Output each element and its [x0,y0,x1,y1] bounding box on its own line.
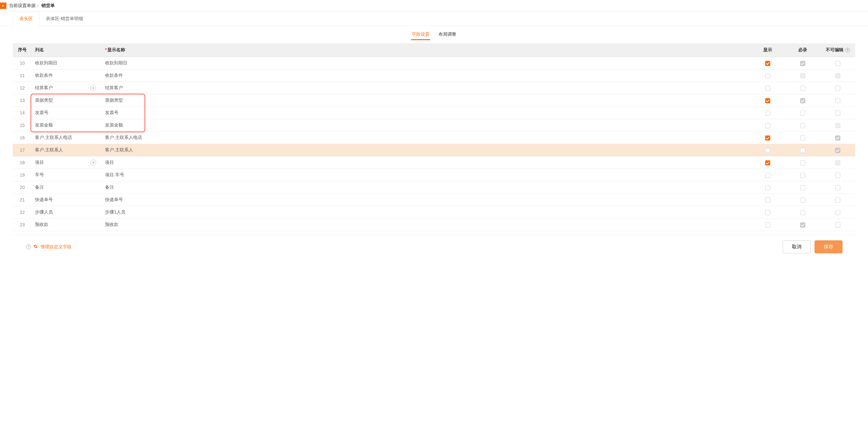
expand-panel-button[interactable] [0,3,6,9]
show-checkbox[interactable] [765,148,770,153]
required-checkbox[interactable] [800,198,805,203]
noedit-checkbox [835,123,840,128]
row-display-name[interactable]: 收款到期日 [102,57,750,69]
show-checkbox[interactable] [765,160,770,165]
row-display-name[interactable]: 票据类型 [102,94,750,107]
show-checkbox[interactable] [765,61,770,66]
row-col-name: 发票号 [32,107,102,119]
required-checkbox[interactable] [800,185,805,190]
gear-icon [33,244,38,250]
row-display-name[interactable]: 快递单号 [102,194,750,206]
sub-tab-0[interactable]: 字段设置 [411,30,430,40]
table-row: 16客户.主联系人电话客户.主联系人电话 [13,132,855,144]
sub-tab-1[interactable]: 布局调整 [438,30,457,40]
manage-custom-fields-link[interactable]: 管理自定义字段 [40,244,72,250]
row-col-name: 客户.主联系人 [32,144,102,156]
table-row: 12结算客户+结算客户 [13,82,855,94]
header-doc-name: 销货单 [41,3,55,9]
row-seq: 21 [13,194,32,206]
row-display-name[interactable]: 预收款 [102,219,750,231]
help-icon[interactable]: ? [845,48,850,53]
row-seq: 12 [13,82,32,94]
required-checkbox [800,61,805,66]
table-row: 19车号项目.车号 [13,169,855,181]
noedit-checkbox[interactable] [835,98,840,103]
show-checkbox[interactable] [765,98,770,103]
show-checkbox[interactable] [765,111,770,116]
row-seq: 17 [13,144,32,156]
noedit-checkbox[interactable] [835,198,840,203]
required-checkbox[interactable] [800,86,805,91]
show-checkbox[interactable] [765,223,770,228]
required-checkbox [800,73,805,78]
row-display-name[interactable]: 项目.车号 [102,169,750,181]
row-seq: 16 [13,132,32,144]
cancel-button[interactable]: 取消 [783,240,811,253]
row-display-name[interactable]: 结算客户 [102,82,750,94]
row-seq: 10 [13,57,32,69]
table-row: 20备注备注 [13,181,855,194]
noedit-checkbox[interactable] [835,173,840,178]
help-icon[interactable]: ? [26,245,31,249]
main-tab-0[interactable]: 表头区 [13,12,39,26]
noedit-checkbox[interactable] [835,185,840,190]
row-seq: 20 [13,181,32,194]
row-display-name[interactable]: 收款条件 [102,69,750,82]
show-checkbox[interactable] [765,210,770,215]
show-checkbox[interactable] [765,86,770,91]
noedit-checkbox [835,148,840,153]
required-checkbox[interactable] [800,173,805,178]
required-checkbox[interactable] [800,123,805,128]
main-tab-1[interactable]: 表体区-销货单明细 [39,12,90,26]
row-col-name: 预收款 [32,219,102,231]
row-seq: 19 [13,169,32,181]
add-icon[interactable]: + [90,160,96,165]
show-checkbox[interactable] [765,136,770,141]
save-button[interactable]: 保存 [814,240,842,253]
row-display-name[interactable]: 项目 [102,156,750,169]
show-checkbox[interactable] [765,123,770,128]
row-seq: 23 [13,219,32,231]
table-row: 10收款到期日收款到期日 [13,57,855,69]
noedit-checkbox[interactable] [835,111,840,116]
row-col-name: 收款到期日 [32,57,102,69]
col-required-header: 必录 [785,44,820,57]
col-name-header: 列名 [32,44,102,57]
row-col-name: 快递单号 [32,194,102,206]
required-checkbox[interactable] [800,148,805,153]
show-checkbox[interactable] [765,73,770,78]
required-checkbox[interactable] [800,210,805,215]
row-display-name[interactable]: 客户.主联系人电话 [102,132,750,144]
header-bar: 当前设置单据： 销货单 [0,0,868,12]
table-row: 18项目+项目 [13,156,855,169]
row-display-name[interactable]: 发票号 [102,107,750,119]
table-row: 14发票号发票号 [13,107,855,119]
noedit-checkbox[interactable] [835,223,840,228]
required-checkbox[interactable] [800,111,805,116]
header-label: 当前设置单据： [9,3,40,9]
row-display-name[interactable]: 客户.主联系人 [102,144,750,156]
noedit-checkbox[interactable] [835,210,840,215]
table-row: 13票据类型票据类型 [13,94,855,107]
noedit-checkbox[interactable] [835,61,840,66]
row-seq: 14 [13,107,32,119]
row-display-name[interactable]: 备注 [102,181,750,194]
noedit-checkbox [835,73,840,78]
required-checkbox [800,223,805,228]
sub-tabs: 字段设置布局调整 [0,26,868,40]
row-display-name[interactable]: 发票金额 [102,119,750,132]
show-checkbox[interactable] [765,173,770,178]
row-col-name: 车号 [32,169,102,181]
required-checkbox[interactable] [800,136,805,141]
col-show-header: 显示 [750,44,785,57]
show-checkbox[interactable] [765,198,770,203]
required-checkbox[interactable] [800,160,805,165]
noedit-checkbox[interactable] [835,86,840,91]
table-row: 22步骤人员步骤1人员 [13,206,855,219]
show-checkbox[interactable] [765,185,770,190]
fields-table: 序号 列名 *显示名称 显示 必录 不可编辑 ? 10收款到期日收款到期日11收… [13,44,855,231]
table-row: 15发票金额发票金额 [13,119,855,132]
row-seq: 18 [13,156,32,169]
add-icon[interactable]: + [90,85,96,91]
row-display-name[interactable]: 步骤1人员 [102,206,750,219]
